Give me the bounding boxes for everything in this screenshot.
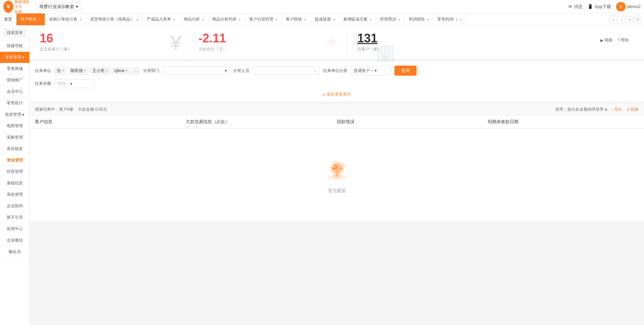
- tab-customer-tier[interactable]: 客户分层经营 ×: [245, 13, 282, 25]
- sidebar-item-finance[interactable]: 资金管理: [0, 155, 29, 166]
- query-button[interactable]: 查询: [394, 66, 417, 76]
- sidebar-item-purchase[interactable]: 采购管理: [0, 132, 29, 143]
- stats-row: 16 总欠款客户（家） ¥ -2.11 欠款合计（万） ✦ 131 总客户（家）…: [30, 26, 644, 59]
- tab-accounts[interactable]: 客户账本 ×: [16, 13, 45, 25]
- tab-scroll-right[interactable]: ›: [618, 16, 625, 23]
- app-download-button[interactable]: 📱 App下载: [588, 4, 611, 10]
- tab-new-raise[interactable]: 新增提成方案 ×: [339, 13, 376, 25]
- sidebar-item-wechat[interactable]: 企业微信: [0, 235, 29, 246]
- tab-product-analysis-list[interactable]: 商品分析列表 ×: [208, 13, 245, 25]
- tab-close-icon[interactable]: ×: [370, 17, 372, 22]
- unit-tag-1-delete[interactable]: ×: [84, 68, 86, 73]
- collapse-button[interactable]: ∧ 收起更多条件: [323, 92, 351, 97]
- tab-close-icon[interactable]: ×: [39, 17, 41, 22]
- category-select[interactable]: 普通客户 × ▾: [351, 66, 391, 75]
- sidebar-item-basic[interactable]: 基础信息: [0, 178, 29, 189]
- sidebar-item-enterprise[interactable]: 企业协同: [0, 201, 29, 212]
- table-header: 客户信息 欠款交易信息（占比） 回款情况 到期未收款日期: [30, 115, 644, 129]
- tab-purchase-stats[interactable]: 进货单统计表（按商品） ×: [86, 13, 143, 25]
- tab-close-icon[interactable]: ×: [275, 17, 277, 22]
- debt-customers-label: 总欠款客户（家）: [40, 46, 72, 52]
- tab-close-icon[interactable]: ×: [398, 17, 400, 22]
- tab-cost-entry[interactable]: 产成品入库单 ×: [143, 13, 179, 25]
- sidebar-item-new-guide[interactable]: 新手引导: [0, 212, 29, 223]
- tab-bar: 首页 客户账本 × 采购订单统计表 × 进货单统计表（按商品） × 产成品入库单…: [0, 13, 644, 26]
- search-result-bar: 搜索结果中，客户0家 欠款金额 0.00元 排序：按欠款金额倒序排序 ▾ ↑ 导…: [30, 104, 644, 115]
- balance-filter-label: 往来余额: [35, 81, 51, 86]
- tab-retail-profit[interactable]: 零售利润（ ×: [433, 13, 466, 25]
- chevron-down-icon: ▾: [70, 81, 72, 86]
- messages-button[interactable]: ✉ 消息: [568, 4, 583, 10]
- dept-select[interactable]: ▾: [163, 67, 230, 75]
- sidebar-search-area: 搜索菜单: [0, 26, 29, 40]
- empty-state: 暂无数据: [30, 129, 644, 221]
- sidebar-item-member2[interactable]: 畅会员: [0, 246, 29, 258]
- tab-home[interactable]: 首页: [0, 13, 16, 25]
- tab-scroll-left[interactable]: ‹: [610, 16, 617, 23]
- tab-customer-contact[interactable]: 客户联络 ×: [282, 13, 310, 25]
- tab-raise-settings[interactable]: 提成设置 ×: [311, 13, 339, 25]
- sidebar-item-operation[interactable]: 经营管理: [0, 166, 29, 178]
- unit-tag-3: cjttcw ×: [112, 67, 130, 74]
- video-help-area: ▶ 视频 ? 帮助: [595, 32, 634, 48]
- search-result-actions: 排序：按欠款金额倒序排序 ▾ ↑ 导出 ↺ 刷新: [555, 107, 639, 112]
- top-bar: ¥ 畅捷通好生意 标版 母婴行业演示帐套 ▾ ✉ 消息 📱 App下载 D de…: [0, 0, 644, 13]
- table-wrapper: 客户信息 欠款交易信息（占比） 回款情况 到期未收款日期: [30, 115, 644, 221]
- tab-close-icon[interactable]: ×: [173, 17, 175, 22]
- tab-close-icon[interactable]: ×: [333, 17, 335, 22]
- debt-customers-number: 16: [40, 32, 53, 44]
- chevron-down-icon: ▾: [76, 4, 78, 9]
- account-dropdown[interactable]: 母婴行业演示帐套 ▾: [36, 2, 81, 11]
- tab-biz-status[interactable]: 经营情况 ×: [376, 13, 404, 25]
- export-button[interactable]: ↑ 导出: [611, 107, 622, 112]
- tab-close-icon[interactable]: ×: [202, 17, 204, 22]
- unit-tag-3-delete[interactable]: ×: [125, 68, 128, 73]
- help-link[interactable]: ? 帮助: [617, 37, 629, 43]
- refresh-button[interactable]: ↺ 刷新: [626, 107, 639, 112]
- sidebar-item-system[interactable]: 系统管理: [0, 189, 29, 201]
- sidebar-item-member[interactable]: 会员中心: [0, 86, 29, 98]
- unit-more-tag[interactable]: ...: [132, 67, 140, 74]
- user-menu[interactable]: D demo2: [616, 2, 641, 11]
- tab-close-icon[interactable]: ×: [304, 17, 306, 22]
- tab-fullscreen[interactable]: ⤢: [634, 16, 641, 23]
- col-debt-info: 欠款交易信息（占比）: [186, 119, 337, 125]
- sidebar-item-wholesale[interactable]: 批发管理 ▾: [0, 109, 29, 120]
- balance-select[interactable]: 选择... ▾: [54, 79, 95, 88]
- logo-icon: ¥: [3, 1, 13, 13]
- tab-close-all[interactable]: ×: [626, 16, 633, 23]
- sidebar: 搜索菜单 快捷导航 零售管理 ▾ 零售商城 营销推广 会员中心 零售统计 批发管…: [0, 26, 30, 325]
- video-help-links: ▶ 视频 ? 帮助: [600, 37, 629, 43]
- tab-purchase-order[interactable]: 采购订单统计表 ×: [45, 13, 86, 25]
- tab-close-icon[interactable]: ×: [79, 17, 81, 22]
- sidebar-item-retail-stats[interactable]: 零售统计: [0, 98, 29, 109]
- sidebar-item-quick-nav[interactable]: 快捷导航: [0, 40, 29, 52]
- tab-close-icon[interactable]: ×: [460, 17, 462, 22]
- logo-area: ¥ 畅捷通好生意 标版: [3, 0, 33, 14]
- tab-close-icon[interactable]: ×: [427, 17, 429, 22]
- tab-close-icon[interactable]: ×: [136, 17, 138, 22]
- unit-tag-0-delete[interactable]: ×: [62, 68, 64, 73]
- unit-tag-2-delete[interactable]: ×: [105, 68, 108, 73]
- video-link[interactable]: ▶ 视频: [600, 37, 612, 43]
- tab-close-icon[interactable]: ×: [239, 17, 241, 22]
- category-tag-0-delete[interactable]: ×: [371, 68, 373, 73]
- search-menu-button[interactable]: 搜索菜单: [3, 28, 27, 37]
- stat-total-debt-customers: 16 总欠款客户（家） ¥: [30, 26, 188, 59]
- filter-area: 往来单位 伍 × 陈民强 × 王小亮 × cjttcw: [30, 62, 644, 101]
- balance-placeholder: 选择...: [57, 81, 69, 86]
- tab-profit-report[interactable]: 利润报告 ×: [405, 13, 433, 25]
- sidebar-item-retail-mall[interactable]: 零售商城: [0, 63, 29, 75]
- sidebar-item-ecommerce[interactable]: 电商管理: [0, 120, 29, 132]
- sidebar-item-marketing[interactable]: 营销推广: [0, 75, 29, 86]
- tab-scroll-actions: ‹ › × ⤢: [607, 16, 644, 23]
- sort-select[interactable]: 排序：按欠款金额倒序排序 ▾: [555, 107, 607, 112]
- sidebar-item-retail[interactable]: 零售管理 ▾: [0, 52, 29, 63]
- unit-tag-1: 陈民强 ×: [68, 67, 88, 75]
- chevron-down-icon: ▾: [605, 107, 607, 112]
- sidebar-item-inventory[interactable]: 库存核算: [0, 143, 29, 155]
- sidebar-item-app-center[interactable]: 应用中心: [0, 223, 29, 235]
- collapse-icon: ∧: [323, 92, 326, 97]
- tab-product-analysis[interactable]: 商品分析 ×: [180, 13, 208, 25]
- person-select[interactable]: ···: [253, 67, 320, 75]
